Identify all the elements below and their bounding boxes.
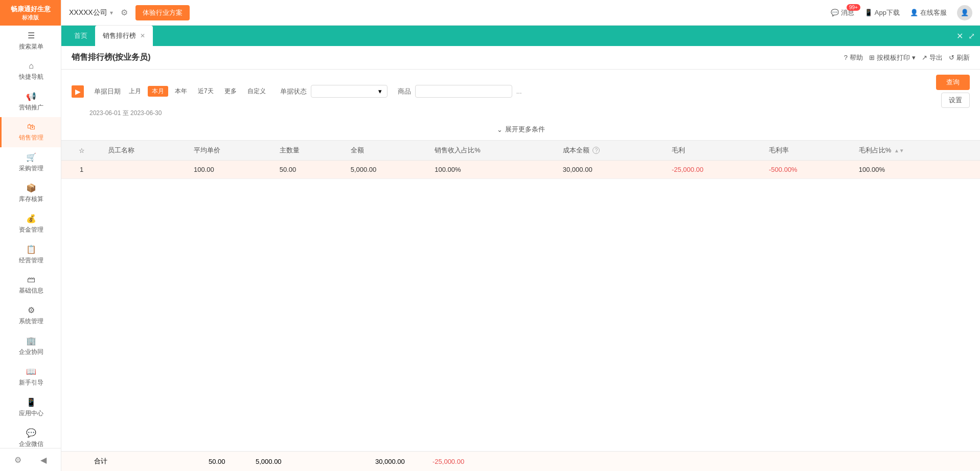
table-wrapper: ☆ 员工名称 平均单价 主数量 全额 销售收入占比% 成本全额 ? 毛利 毛利率…: [61, 141, 980, 451]
main-area: XXXXX公司 ▾ ⚙ 体验行业方案 💬 消息 99+ 📱 App下载 👤 在线…: [61, 0, 980, 471]
settings-button[interactable]: 设置: [941, 93, 970, 108]
app-version: 标准版: [22, 14, 39, 21]
filter-area: ▶ 单据日期 上月 本月 本年 近7天 更多 自定义 单据状态: [61, 70, 980, 141]
export-button[interactable]: ↗ 导出: [922, 53, 943, 62]
help-icon: ?: [844, 54, 848, 61]
page-header: 销售排行榜(按业务员) ? 帮助 ⊞ 按模板打印 ▾ ↗ 导出 ↺ 刷新: [61, 46, 980, 70]
print-icon: ⊞: [869, 54, 875, 61]
th-main-qty: 主数量: [274, 141, 345, 161]
sidebar-item-basic[interactable]: 🗃基础信息: [0, 270, 61, 300]
inventory-label: 库存核算: [19, 195, 43, 204]
guide-icon: 📖: [26, 367, 36, 376]
company-selector[interactable]: XXXXX公司 ▾: [69, 8, 113, 17]
apps-label: 应用中心: [19, 409, 43, 418]
expand-button[interactable]: ⌄ 展开更多条件: [72, 122, 970, 135]
topbar-settings-icon[interactable]: ⚙: [121, 8, 128, 17]
date-tabs: 上月 本月 本年 近7天 更多 自定义: [125, 86, 270, 97]
goods-more-btn[interactable]: ...: [516, 87, 522, 95]
cell-avg-price: 100.00: [188, 161, 274, 179]
date-tab-last-month[interactable]: 上月: [125, 86, 145, 97]
th-amount: 全额: [345, 141, 429, 161]
date-tab-more[interactable]: 更多: [220, 86, 241, 97]
basic-icon: 🗃: [27, 275, 35, 284]
tabbar-close-icon[interactable]: ✕: [956, 31, 963, 41]
sidebar-nav: ☰搜索菜单⌂快捷导航📢营销推广🛍销售管理🛒采购管理📦库存核算💰资金管理📋经营管理…: [0, 26, 61, 448]
system-label: 系统管理: [19, 317, 43, 326]
sidebar-settings-icon[interactable]: ⚙: [14, 455, 21, 465]
sidebar-item-search[interactable]: ☰搜索菜单: [0, 26, 61, 56]
help-button[interactable]: ? 帮助: [844, 53, 863, 62]
sidebar-item-sales[interactable]: 🛍销售管理: [0, 117, 61, 147]
tab-sales-rank[interactable]: 销售排行榜 ✕: [95, 26, 153, 46]
sidebar-item-operations[interactable]: 📋经营管理: [0, 239, 61, 270]
date-tab-this-year[interactable]: 本年: [171, 86, 191, 97]
sidebar-item-system[interactable]: ⚙系统管理: [0, 300, 61, 331]
expand-label: 展开更多条件: [505, 125, 545, 134]
user-avatar[interactable]: 👤: [957, 5, 972, 20]
sidebar-item-enterprise[interactable]: 🏢企业协同: [0, 331, 61, 362]
status-select[interactable]: ▾: [311, 85, 388, 98]
filter-row: ▶ 单据日期 上月 本月 本年 近7天 更多 自定义 单据状态: [72, 75, 970, 108]
tab-home[interactable]: 首页: [66, 26, 95, 46]
export-icon: ↗: [922, 54, 927, 61]
date-range-display: 2023-06-01 至 2023-06-30: [89, 109, 970, 118]
trial-button[interactable]: 体验行业方案: [135, 5, 190, 20]
sidebar-item-guide[interactable]: 📖新手引导: [0, 362, 61, 392]
footer-cost: 30,000.00: [375, 458, 405, 465]
date-tab-custom[interactable]: 自定义: [243, 86, 270, 97]
purchase-icon: 🛒: [26, 152, 36, 162]
message-button[interactable]: 💬 消息 99+: [831, 8, 854, 17]
filter-toggle-button[interactable]: ▶: [72, 85, 84, 98]
online-service-button[interactable]: 👤 在线客服: [910, 8, 947, 17]
cell-cost: 30,000.00: [557, 161, 666, 179]
footer-amount: 5,000.00: [256, 458, 282, 465]
sidebar-footer: ⚙ ◀: [0, 448, 61, 471]
cell-rank: 1: [61, 161, 102, 179]
status-filter-label: 单据状态: [280, 87, 307, 96]
data-table: ☆ 员工名称 平均单价 主数量 全额 销售收入占比% 成本全额 ? 毛利 毛利率…: [61, 141, 980, 179]
tabbar-expand-icon[interactable]: ⤢: [968, 31, 975, 41]
finance-icon: 💰: [26, 214, 36, 223]
print-button[interactable]: ⊞ 按模板打印 ▾: [869, 53, 916, 62]
sidebar-item-inventory[interactable]: 📦库存核算: [0, 178, 61, 209]
basic-label: 基础信息: [19, 286, 43, 295]
export-label: 导出: [929, 53, 943, 62]
wechat-label: 企业微信: [19, 440, 43, 448]
tabbar-actions: ✕ ⤢: [956, 31, 975, 41]
th-avg-price: 平均单价: [188, 141, 274, 161]
table-body: 1 100.00 50.00 5,000.00 100.00% 30,000.0…: [61, 161, 980, 179]
search-icon: ☰: [28, 31, 35, 40]
content-area: 销售排行榜(按业务员) ? 帮助 ⊞ 按模板打印 ▾ ↗ 导出 ↺ 刷新: [61, 46, 980, 471]
app-download-button[interactable]: 📱 App下载: [864, 8, 900, 17]
cost-help-icon[interactable]: ?: [592, 147, 600, 154]
system-icon: ⚙: [28, 305, 35, 315]
sidebar-item-purchase[interactable]: 🛒采购管理: [0, 147, 61, 178]
quick-nav-label: 快捷导航: [19, 73, 43, 81]
status-filter-group: 单据状态 ▾: [280, 85, 388, 98]
service-label: 在线客服: [920, 8, 947, 17]
page-title: 销售排行榜(按业务员): [72, 52, 151, 63]
date-tab-this-month[interactable]: 本月: [148, 86, 168, 97]
sidebar-item-wechat[interactable]: 💬企业微信: [0, 423, 61, 448]
query-button[interactable]: 查询: [936, 75, 970, 90]
date-filter-label: 单据日期: [94, 87, 121, 96]
refresh-icon: ↺: [949, 54, 954, 61]
sidebar-item-apps[interactable]: 📱应用中心: [0, 392, 61, 423]
sidebar-item-marketing[interactable]: 📢营销推广: [0, 86, 61, 117]
tab-close-icon[interactable]: ✕: [140, 32, 145, 39]
cell-main-qty: 50.00: [274, 161, 345, 179]
tab-sales-rank-label: 销售排行榜: [103, 31, 136, 40]
sidebar-item-finance[interactable]: 💰资金管理: [0, 209, 61, 239]
refresh-button[interactable]: ↺ 刷新: [949, 53, 970, 62]
page-actions: ? 帮助 ⊞ 按模板打印 ▾ ↗ 导出 ↺ 刷新: [844, 53, 970, 62]
wechat-icon: 💬: [26, 428, 36, 438]
expand-chevron-icon: ⌄: [497, 126, 503, 133]
goods-input[interactable]: [415, 85, 512, 98]
th-gross-rate: 毛利率: [763, 141, 853, 161]
topbar: XXXXX公司 ▾ ⚙ 体验行业方案 💬 消息 99+ 📱 App下载 👤 在线…: [61, 0, 980, 26]
app-download-icon: 📱: [864, 9, 873, 16]
date-tab-7days[interactable]: 近7天: [194, 86, 218, 97]
sidebar-item-quick-nav[interactable]: ⌂快捷导航: [0, 56, 61, 86]
gross-pct-sort-icon[interactable]: ▲▼: [894, 148, 904, 153]
sidebar-collapse-icon[interactable]: ◀: [40, 455, 47, 465]
